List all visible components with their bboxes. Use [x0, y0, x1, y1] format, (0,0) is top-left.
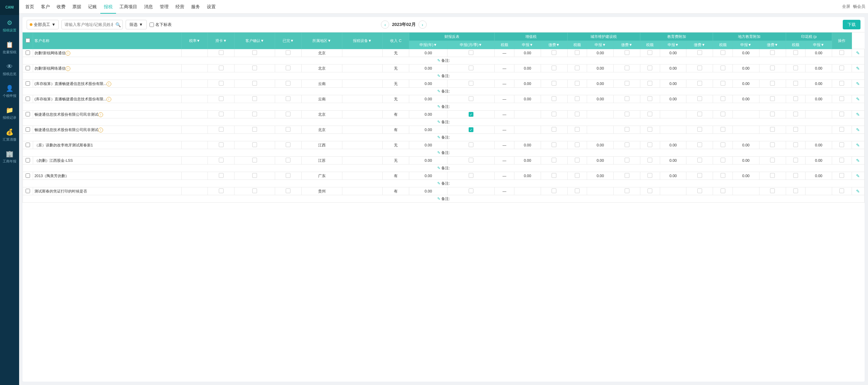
edit-icon[interactable]: ✎ [856, 173, 860, 179]
warn-icon[interactable]: ! [66, 51, 70, 56]
unchecked-checkbox[interactable] [286, 112, 290, 116]
unchecked-checkbox[interactable] [648, 188, 652, 193]
search-icon[interactable]: 🔍 [115, 22, 121, 27]
unchecked-checkbox[interactable] [839, 127, 844, 132]
unchecked-checkbox[interactable] [793, 112, 798, 116]
unchecked-checkbox[interactable] [770, 50, 775, 55]
edit-icon[interactable]: ✎ [856, 51, 860, 56]
unchecked-checkbox[interactable] [219, 96, 224, 101]
unchecked-checkbox[interactable] [625, 158, 629, 162]
filter-button[interactable]: 筛选 ▼ [126, 20, 147, 29]
unchecked-checkbox[interactable] [770, 127, 775, 132]
unchecked-checkbox[interactable] [793, 50, 798, 55]
fullscreen-button[interactable]: 全屏 [842, 4, 850, 10]
nav-bookkeeping[interactable]: 记账 [85, 0, 100, 14]
select-all-checkbox[interactable] [26, 38, 30, 43]
unchecked-checkbox[interactable] [770, 81, 775, 86]
unchecked-checkbox[interactable] [219, 188, 224, 193]
nav-invoice[interactable]: 票据 [69, 0, 85, 14]
unchecked-checkbox[interactable] [469, 158, 473, 162]
unchecked-checkbox[interactable] [721, 66, 725, 70]
nav-messages[interactable]: 消息 [141, 0, 156, 14]
unchecked-checkbox[interactable] [839, 112, 844, 116]
unchecked-checkbox[interactable] [839, 81, 844, 86]
unchecked-checkbox[interactable] [575, 50, 580, 55]
row-checkbox[interactable] [26, 112, 30, 116]
nav-home[interactable]: 首页 [22, 0, 38, 14]
unchecked-checkbox[interactable] [697, 81, 702, 86]
unchecked-checkbox[interactable] [770, 142, 775, 147]
unchecked-checkbox[interactable] [721, 96, 725, 101]
th-city-fee[interactable]: 缴费▼ [614, 41, 640, 49]
unchecked-checkbox[interactable] [286, 96, 290, 101]
nav-tax[interactable]: 报税 [100, 0, 116, 14]
unchecked-checkbox[interactable] [839, 173, 844, 178]
nav-service[interactable]: 服务 [188, 0, 203, 14]
edit-icon[interactable]: ✎ [856, 97, 860, 102]
th-fin-month[interactable]: 申报(月/季)▼ [447, 41, 495, 49]
unchecked-checkbox[interactable] [697, 50, 702, 55]
unchecked-checkbox[interactable] [770, 112, 775, 116]
unchecked-checkbox[interactable] [770, 96, 775, 101]
unchecked-checkbox[interactable] [286, 142, 290, 147]
unchecked-checkbox[interactable] [252, 50, 257, 55]
unchecked-checkbox[interactable] [648, 142, 652, 147]
unchecked-checkbox[interactable] [469, 173, 473, 178]
unchecked-checkbox[interactable] [625, 96, 629, 101]
unchecked-checkbox[interactable] [793, 188, 798, 193]
unchecked-checkbox[interactable] [469, 66, 473, 70]
unchecked-checkbox[interactable] [625, 127, 629, 132]
unchecked-checkbox[interactable] [286, 66, 290, 70]
sidebar-item-settlement[interactable]: 💰 汇算清缴 [0, 124, 19, 146]
th-done[interactable]: 已完▼ [275, 33, 302, 49]
th-edu-report[interactable]: 申报▼ [660, 41, 686, 49]
unchecked-checkbox[interactable] [252, 173, 257, 178]
unchecked-checkbox[interactable] [648, 112, 652, 116]
th-vat-fee[interactable]: 缴费▼ [541, 41, 567, 49]
unchecked-checkbox[interactable] [552, 81, 556, 86]
unchecked-checkbox[interactable] [697, 188, 702, 193]
unchecked-checkbox[interactable] [721, 127, 725, 132]
unchecked-checkbox[interactable] [552, 173, 556, 178]
unchecked-checkbox[interactable] [721, 188, 725, 193]
unchecked-checkbox[interactable] [839, 188, 844, 193]
checked-checkbox[interactable]: ✓ [469, 112, 473, 117]
unchecked-checkbox[interactable] [286, 127, 290, 132]
unchecked-checkbox[interactable] [793, 173, 798, 178]
unchecked-checkbox[interactable] [793, 158, 798, 162]
unchecked-checkbox[interactable] [575, 173, 580, 178]
unchecked-checkbox[interactable] [252, 127, 257, 132]
unchecked-checkbox[interactable] [219, 142, 224, 147]
nav-management[interactable]: 管理 [156, 0, 172, 14]
row-checkbox[interactable] [26, 143, 30, 147]
unchecked-checkbox[interactable] [697, 173, 702, 178]
unchecked-checkbox[interactable] [575, 66, 580, 70]
unchecked-checkbox[interactable] [252, 66, 257, 70]
unchecked-checkbox[interactable] [469, 142, 473, 147]
unchecked-checkbox[interactable] [552, 66, 556, 70]
unchecked-checkbox[interactable] [625, 50, 629, 55]
unchecked-checkbox[interactable] [648, 127, 652, 132]
row-checkbox[interactable] [26, 173, 30, 178]
unchecked-checkbox[interactable] [552, 158, 556, 162]
unchecked-checkbox[interactable] [575, 96, 580, 101]
th-city-report[interactable]: 申报▼ [587, 41, 614, 49]
sidebar-item-annual-report[interactable]: 🏢 工商年报 [0, 146, 19, 168]
th-swipe[interactable]: 滑卡▼ [208, 33, 234, 49]
unchecked-checkbox[interactable] [721, 81, 725, 86]
th-local-fee[interactable]: 缴费▼ [759, 41, 786, 49]
th-income[interactable]: 收入 C [383, 33, 409, 49]
name-list-checkbox[interactable] [150, 23, 154, 27]
th-vat-report[interactable]: 申报▼ [514, 41, 541, 49]
row-checkbox[interactable] [26, 158, 30, 162]
unchecked-checkbox[interactable] [625, 112, 629, 116]
unchecked-checkbox[interactable] [469, 50, 473, 55]
row-checkbox[interactable] [26, 81, 30, 86]
unchecked-checkbox[interactable] [252, 81, 257, 86]
download-button[interactable]: 下载 [843, 20, 860, 29]
unchecked-checkbox[interactable] [721, 50, 725, 55]
unchecked-checkbox[interactable] [219, 50, 224, 55]
unchecked-checkbox[interactable] [697, 158, 702, 162]
th-device[interactable]: 报税设备▼ [342, 33, 383, 49]
unchecked-checkbox[interactable] [625, 66, 629, 70]
